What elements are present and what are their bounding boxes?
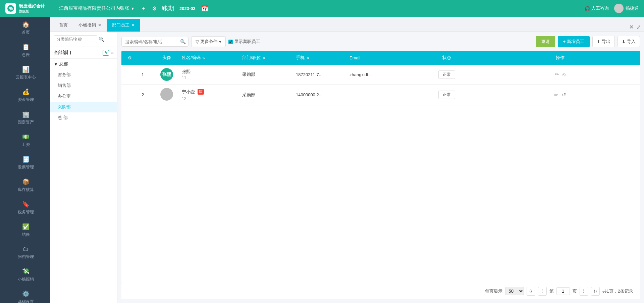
archive-icon: 🗂 <box>23 246 29 253</box>
sort-dept-icon: ⇅ <box>263 56 265 60</box>
sidebar-item-payroll[interactable]: 💵 工资 <box>0 129 50 152</box>
sidebar-item-expense[interactable]: 💸 小畅报销 <box>0 264 50 286</box>
td-index-2: 2 <box>138 85 155 105</box>
tab-home[interactable]: 首页 <box>54 19 73 32</box>
user-area[interactable]: 畅捷通 <box>614 4 639 13</box>
fullscreen-icon[interactable]: ⤢ <box>636 24 641 30</box>
close-all-icon[interactable]: ✕ <box>629 24 634 30</box>
sidebar-item-settings[interactable]: ⚙️ 基础设置 <box>0 286 50 303</box>
sidebar-item-archive[interactable]: 🗂 归档管理 <box>0 242 50 264</box>
edit-row1-icon[interactable]: ✏ <box>555 71 559 78</box>
close-tab-expense[interactable]: ✕ <box>98 23 101 28</box>
dept-item-office[interactable]: 办公室 <box>50 91 117 102</box>
th-status: 状态 <box>413 51 480 65</box>
settings-icon: ⚙️ <box>22 290 30 298</box>
show-resigned-checkbox[interactable] <box>228 40 233 44</box>
th-avatar: 头像 <box>155 51 178 65</box>
td-dept-1: 采购部 <box>239 65 292 85</box>
edit-row2-icon[interactable]: ✏ <box>554 92 558 98</box>
import-button[interactable]: ⬇ 导入 <box>618 36 640 47</box>
table-row: 1 张熙 张熙 11 采购部 <box>121 65 640 85</box>
logo-icon: 畅 <box>5 3 16 14</box>
chevron-down-icon: ▾ <box>131 6 134 11</box>
td-avatar-2 <box>155 85 178 105</box>
add-icon[interactable]: ＋ <box>141 4 147 12</box>
svg-text:畅: 畅 <box>9 6 13 10</box>
sidebar-item-assets[interactable]: 🏢 固定资产 <box>0 107 50 129</box>
dept-search-input[interactable] <box>54 35 97 43</box>
tabs-bar: 首页 小畅报销 ✕ 部门员工 ✕ ✕ ⤢ <box>50 17 644 32</box>
first-page-button[interactable]: ⟨⟨ <box>527 287 535 296</box>
main-layout: 🏠 首页 📋 总账 📊 云报表中心 💰 资金管理 🏢 固定资产 💵 工资 🧾 发… <box>0 17 644 303</box>
tab-expense[interactable]: 小畅报销 ✕ <box>73 19 107 32</box>
header-tools: ＋ ⚙ 账期 2023-03 📅 <box>141 4 208 12</box>
td-avatar-1: 张熙 <box>155 65 178 85</box>
sidebar-item-reports[interactable]: 📊 云报表中心 <box>0 62 50 84</box>
collapse-icon[interactable]: « <box>111 50 114 56</box>
avatar-circle-1: 张熙 <box>160 68 173 81</box>
td-status-2: 正常 <box>413 85 480 105</box>
sidebar-item-inventory[interactable]: 📦 库存核算 <box>0 174 50 197</box>
close-tab-employee[interactable]: ✕ <box>131 23 135 28</box>
filter-button[interactable]: ▽ 更多条件 ▾ <box>191 36 226 47</box>
td-email-1: zhangxidf... <box>346 65 413 85</box>
sidebar-item-close[interactable]: ✅ 结账 <box>0 219 50 242</box>
calendar-icon[interactable]: 📅 <box>201 5 208 12</box>
td-name-2: 宁小壹 应 12 <box>178 85 239 105</box>
invite-button[interactable]: 邀请 <box>536 36 555 47</box>
settings-icon[interactable]: ⚙ <box>152 5 157 12</box>
th-gear[interactable]: ⚙ <box>121 51 138 65</box>
page-number-input[interactable] <box>556 287 570 295</box>
tab-employee[interactable]: 部门员工 ✕ <box>107 19 140 32</box>
th-dept[interactable]: 部门/职位 ⇅ <box>239 51 292 65</box>
th-index <box>138 51 155 65</box>
avatar-img-2 <box>160 88 173 101</box>
employee-table: ⚙ 头像 姓名/编码 ⇅ 部门/职位 ⇅ 手机 ⇅ <box>121 51 640 283</box>
employee-search-icon[interactable]: 🔍 <box>180 39 186 44</box>
th-name[interactable]: 姓名/编码 ⇅ <box>178 51 239 65</box>
dept-item-purchase[interactable]: 采购部 <box>50 102 117 112</box>
th-phone[interactable]: 手机 ⇅ <box>292 51 346 65</box>
last-page-button[interactable]: ⟩⟩ <box>591 287 600 296</box>
service-button[interactable]: 🎧 人工咨询 <box>585 5 609 11</box>
pagination-bar: 每页显示 50 100 200 ⟨⟨ ⟨ 第 页 ⟩ ⟩⟩ 共1页，2条记录 <box>121 283 640 299</box>
home-icon: 🏠 <box>22 21 30 28</box>
next-page-button[interactable]: ⟩ <box>580 287 588 296</box>
export-button[interactable]: ⬆ 导出 <box>592 36 615 47</box>
td-index-1: 1 <box>138 65 155 85</box>
payroll-icon: 💵 <box>22 133 30 141</box>
dept-item-general[interactable]: ▼ 总部 <box>50 59 117 69</box>
sidebar-item-funds[interactable]: 💰 资金管理 <box>0 84 50 107</box>
td-ops-1: ✏ ⎋ <box>480 65 640 85</box>
sidebar-item-ledger[interactable]: 📋 总账 <box>0 39 50 62</box>
sidebar-item-home[interactable]: 🏠 首页 <box>0 17 50 39</box>
sort-phone-icon: ⇅ <box>307 56 309 60</box>
th-email: Email <box>346 51 413 65</box>
employee-search-input[interactable] <box>121 37 189 47</box>
sidebar: 🏠 首页 📋 总账 📊 云报表中心 💰 资金管理 🏢 固定资产 💵 工资 🧾 发… <box>0 17 50 303</box>
invoice-icon: 🧾 <box>22 156 30 163</box>
refresh-row2-icon[interactable]: ↺ <box>562 92 566 98</box>
dept-search-icon[interactable]: 🔍 <box>99 37 104 42</box>
td-dept-2: 采购部 <box>239 85 292 105</box>
edit-dept-icon[interactable]: ✎ <box>103 50 109 56</box>
dept-item-finance[interactable]: 财务部 <box>50 69 117 80</box>
page-size-select[interactable]: 50 100 200 <box>505 287 524 295</box>
show-resigned-wrap[interactable]: 显示离职员工 <box>228 39 260 45</box>
sidebar-item-invoice[interactable]: 🧾 发票管理 <box>0 152 50 174</box>
td-gear-2 <box>121 85 138 105</box>
prev-page-button[interactable]: ⟨ <box>538 287 547 296</box>
toolbar-right: 邀请 + 新增员工 ⬆ 导出 ⬇ 导入 <box>536 36 640 47</box>
dept-item-hq[interactable]: 总 部 <box>50 112 117 123</box>
dept-search: 🔍 <box>50 32 117 47</box>
search-wrap: 🔍 <box>121 37 189 47</box>
logout-row1-icon[interactable]: ⎋ <box>562 71 566 78</box>
add-employee-button[interactable]: + 新增员工 <box>558 36 590 47</box>
ledger-icon: 📋 <box>22 43 30 51</box>
company-selector[interactable]: 江西服宝精品有限责任公司内账张 ▾ <box>59 5 134 11</box>
sidebar-item-tax[interactable]: 🔖 税务管理 <box>0 197 50 219</box>
td-email-2 <box>346 85 413 105</box>
all-dept-label[interactable]: 全部部门 <box>54 50 71 56</box>
td-status-1: 正常 <box>413 65 480 85</box>
dept-item-sales[interactable]: 销售部 <box>50 80 117 91</box>
